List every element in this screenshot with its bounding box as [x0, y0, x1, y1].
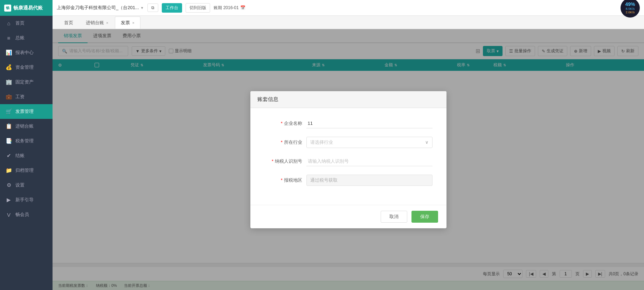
invoice-mgmt-icon: 🛒 [6, 108, 12, 115]
period-display: 账期 2016-01 📅 [214, 5, 245, 11]
industry-label: * 所在行业 [264, 139, 306, 146]
sidebar-item-label: 进销台账 [15, 123, 34, 129]
ledger-icon: ≡ [6, 35, 12, 41]
app-name: 畅康通易代账 [13, 5, 43, 11]
sidebar-item-checkout[interactable]: ✔ 结账 [0, 148, 53, 163]
required-mark-3: * [272, 159, 273, 164]
sidebar: 畅 畅康通易代账 ⌂ 首页 ≡ 总账 📊 报表中心 💰 资金管理 🏢 固定资产 … [0, 0, 53, 290]
tax-region-display: 通过税号获取 [306, 175, 432, 186]
speed-pct: 49% [625, 1, 635, 7]
main-content: 上海卯金刀电子科技有限公司_（台201... ▼ ⧉ 工作台 切到旧版 账期 2… [53, 0, 644, 290]
industry-placeholder: 请选择行业 [310, 139, 333, 146]
sidebar-item-label: 首页 [15, 20, 25, 26]
logo-icon: 畅 [4, 5, 11, 12]
workbench-button[interactable]: 工作台 [162, 3, 182, 13]
sidebar-item-home[interactable]: ⌂ 首页 [0, 16, 53, 31]
account-info-modal: 账套信息 * 企业名称 * 所在行业 [250, 91, 446, 228]
tax-id-input[interactable] [306, 156, 432, 166]
required-mark: * [281, 121, 283, 126]
tab-invoice[interactable]: 发票 × [115, 16, 140, 29]
sidebar-item-label: 固定资产 [15, 79, 34, 85]
modal-overlay: 账套信息 * 企业名称 * 所在行业 [53, 29, 644, 290]
required-mark-2: * [281, 140, 283, 145]
workbench-label: 工作台 [166, 5, 178, 11]
tax-icon: 📑 [6, 138, 12, 144]
topbar: 上海卯金刀电子科技有限公司_（台201... ▼ ⧉ 工作台 切到旧版 账期 2… [53, 0, 644, 16]
tab-purchase-ledger[interactable]: 进销台账 × [80, 16, 114, 29]
tab-home-label: 首页 [64, 20, 73, 26]
sidebar-item-invoice-mgmt[interactable]: 🛒 发票管理 [0, 104, 53, 119]
home-icon: ⌂ [6, 20, 12, 26]
company-dropdown-icon: ▼ [140, 6, 144, 10]
tab-home[interactable]: 首页 [58, 16, 79, 29]
company-name-row: * 企业名称 [264, 119, 432, 128]
sidebar-item-reports[interactable]: 📊 报表中心 [0, 45, 53, 60]
tax-id-row: * 纳税人识别号 [264, 156, 432, 166]
finance-icon: 💰 [6, 64, 12, 70]
company-name: 上海卯金刀电子科技有限公司_（台201... [57, 5, 139, 11]
sidebar-item-label: 畅会员 [15, 211, 29, 218]
guide-icon: ▶ [6, 197, 12, 203]
sidebar-item-label: 发票管理 [15, 108, 34, 115]
company-selector[interactable]: 上海卯金刀电子科技有限公司_（台201... ▼ [57, 5, 144, 11]
sidebar-item-assets[interactable]: 🏢 固定资产 [0, 75, 53, 89]
tab-purchase-close-icon[interactable]: × [106, 21, 108, 25]
tab-bar: 首页 进销台账 × 发票 × [53, 16, 644, 29]
required-mark-4: * [281, 177, 283, 183]
sidebar-item-label: 税务管理 [15, 138, 34, 144]
sidebar-item-purchase[interactable]: 📋 进销台账 [0, 119, 53, 134]
tax-region-row: * 报税地区 通过税号获取 [264, 175, 432, 186]
industry-select[interactable]: 请选择行业 ∨ [306, 137, 432, 148]
tab-invoice-close-icon[interactable]: × [132, 21, 134, 25]
settings-icon: ⚙ [6, 182, 12, 188]
sidebar-item-salary[interactable]: 💼 工资 [0, 89, 53, 104]
company-name-label: * 企业名称 [264, 120, 306, 127]
sidebar-item-archive[interactable]: 📁 归档管理 [0, 163, 53, 178]
industry-chevron-icon: ∨ [425, 140, 429, 145]
switch-old-label: 切到旧版 [189, 5, 206, 11]
topbar-right: 49% 8.5K/s 2.6K/s [621, 0, 640, 18]
sidebar-item-member[interactable]: V 畅会员 [0, 207, 53, 222]
content-area: 销项发票 进项发票 费用小票 🔍 请输入号码/名称/全额/税额... ▼ 更多条… [53, 29, 644, 290]
cancel-button[interactable]: 取消 [381, 211, 407, 223]
app-logo: 畅 畅康通易代账 [0, 0, 53, 16]
sidebar-item-label: 设置 [15, 182, 25, 188]
speed-down: 2.6K/s [626, 11, 635, 14]
tax-region-label: * 报税地区 [264, 177, 306, 183]
archive-icon: 📁 [6, 167, 12, 174]
period-label: 账期 [214, 5, 222, 11]
period-value: 2016-01 [223, 5, 239, 10]
industry-row: * 所在行业 请选择行业 ∨ [264, 137, 432, 148]
sidebar-item-label: 报表中心 [15, 49, 34, 56]
modal-footer: 取消 保存 [250, 205, 446, 228]
copy-icon: ⧉ [151, 5, 154, 10]
save-button[interactable]: 保存 [411, 211, 438, 223]
sidebar-item-settings[interactable]: ⚙ 设置 [0, 178, 53, 193]
sidebar-item-label: 结账 [15, 153, 25, 159]
tab-purchase-ledger-label: 进销台账 [86, 20, 104, 26]
speed-up: 8.5K/s [626, 7, 635, 11]
modal-title: 账套信息 [250, 91, 446, 108]
tax-id-label: * 纳税人识别号 [264, 158, 306, 164]
sidebar-item-label: 工资 [15, 94, 25, 100]
modal-body: * 企业名称 * 所在行业 请选择行业 ∨ [250, 108, 446, 205]
speed-indicator: 49% 8.5K/s 2.6K/s [621, 0, 640, 18]
calendar-icon: 📅 [240, 5, 245, 10]
sidebar-item-label: 总账 [15, 35, 25, 41]
company-name-input[interactable] [306, 119, 432, 128]
sidebar-item-tax[interactable]: 📑 税务管理 [0, 134, 53, 148]
sidebar-item-label: 归档管理 [15, 167, 34, 174]
sidebar-item-label: 资金管理 [15, 64, 34, 70]
sidebar-item-label: 新手引导 [15, 197, 34, 203]
reports-icon: 📊 [6, 49, 12, 56]
sidebar-item-guide[interactable]: ▶ 新手引导 [0, 193, 53, 207]
switch-old-button[interactable]: 切到旧版 [186, 3, 210, 13]
salary-icon: 💼 [6, 94, 12, 100]
sidebar-item-ledger[interactable]: ≡ 总账 [0, 31, 53, 45]
tab-invoice-label: 发票 [121, 20, 130, 26]
member-icon: V [6, 212, 12, 218]
copy-button[interactable]: ⧉ [147, 4, 158, 12]
purchase-icon: 📋 [6, 123, 12, 129]
sidebar-item-finance[interactable]: 💰 资金管理 [0, 60, 53, 75]
checkout-icon: ✔ [6, 153, 12, 159]
